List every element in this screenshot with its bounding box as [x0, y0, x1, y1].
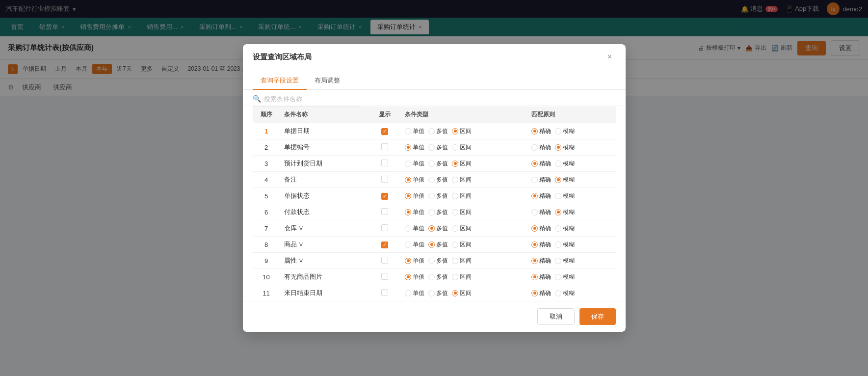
dialog-tab-bar: 查询字段设置 布局调整 — [243, 68, 626, 90]
dialog-search-area: 🔍 — [243, 90, 626, 96]
dialog: 设置查询区域布局 × 查询字段设置 布局调整 🔍 顺序 条件名称 — [243, 44, 626, 96]
tab-layout[interactable]: 布局调整 — [307, 73, 348, 90]
search-input[interactable] — [264, 95, 362, 97]
dialog-header: 设置查询区域布局 × — [243, 44, 626, 68]
search-icon: 🔍 — [253, 95, 261, 96]
dialog-title: 设置查询区域布局 — [253, 53, 312, 62]
modal-overlay: 设置查询区域布局 × 查询字段设置 布局调整 🔍 顺序 条件名称 — [0, 0, 868, 96]
tab-query-fields[interactable]: 查询字段设置 — [253, 73, 307, 90]
dialog-close-button[interactable]: × — [604, 51, 616, 63]
